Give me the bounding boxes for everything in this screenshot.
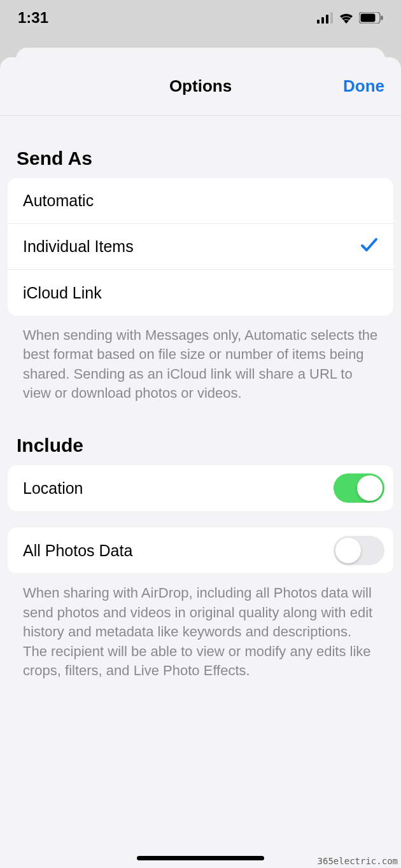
send-as-automatic[interactable]: Automatic bbox=[8, 178, 393, 224]
cellular-signal-icon bbox=[317, 12, 334, 24]
options-sheet: Options Done Send As Automatic Individua… bbox=[0, 57, 401, 868]
row-label: iCloud Link bbox=[23, 284, 102, 302]
svg-rect-1 bbox=[321, 17, 324, 24]
sheet-header: Options Done bbox=[0, 57, 401, 116]
include-footer: When sharing with AirDrop, including all… bbox=[8, 573, 393, 680]
send-as-icloud-link[interactable]: iCloud Link bbox=[8, 270, 393, 316]
status-right bbox=[317, 12, 383, 24]
wifi-icon bbox=[339, 12, 354, 24]
sheet-title: Options bbox=[169, 76, 232, 96]
include-all-photos-row: All Photos Data bbox=[8, 528, 393, 573]
send-as-section-title: Send As bbox=[8, 116, 393, 178]
content: Send As Automatic Individual Items iClou… bbox=[0, 116, 401, 680]
send-as-group: Automatic Individual Items iCloud Link bbox=[8, 178, 393, 316]
done-button[interactable]: Done bbox=[343, 76, 384, 96]
svg-rect-0 bbox=[317, 20, 320, 24]
battery-icon bbox=[359, 12, 383, 24]
svg-rect-5 bbox=[361, 13, 376, 22]
row-label: All Photos Data bbox=[23, 542, 132, 560]
svg-rect-3 bbox=[330, 12, 333, 24]
status-time: 1:31 bbox=[18, 9, 48, 27]
watermark: 365electric.com bbox=[318, 856, 398, 866]
send-as-footer: When sending with Messages only, Automat… bbox=[8, 316, 393, 403]
home-indicator[interactable] bbox=[137, 856, 264, 860]
location-toggle[interactable] bbox=[334, 473, 384, 503]
include-section-title: Include bbox=[8, 403, 393, 465]
status-bar: 1:31 bbox=[0, 0, 401, 35]
send-as-individual-items[interactable]: Individual Items bbox=[8, 224, 393, 270]
all-photos-data-toggle[interactable] bbox=[334, 536, 384, 565]
include-location-row: Location bbox=[8, 465, 393, 511]
row-label: Individual Items bbox=[23, 237, 134, 256]
svg-rect-6 bbox=[381, 15, 383, 20]
row-label: Automatic bbox=[23, 192, 94, 210]
checkmark-icon bbox=[360, 237, 378, 257]
svg-rect-2 bbox=[326, 15, 328, 24]
row-label: Location bbox=[23, 479, 83, 498]
